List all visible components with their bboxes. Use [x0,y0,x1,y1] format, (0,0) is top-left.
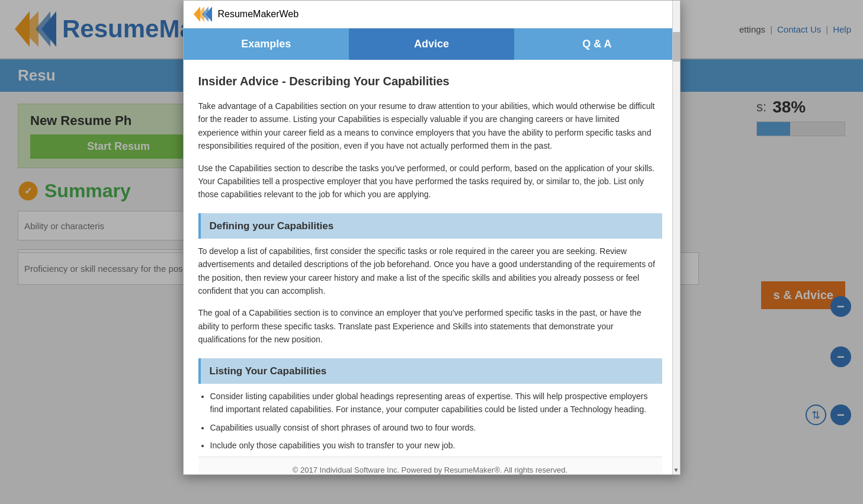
section1-heading-box: Defining your Capabilities [198,213,662,239]
tab-bar: Examples Advice Q & A [184,28,680,60]
section1-heading: Defining your Capabilities [210,218,653,234]
tab-examples[interactable]: Examples [184,28,349,60]
section3-heading: Listing Your Capabilities [210,363,653,379]
section1-body: To develop a list of capabilities, first… [198,245,662,298]
modal-dialog: ResumeMakerWeb ▲ Examples Advice Q & A I… [183,0,681,475]
bullet-item-1: Consider listing capabilities under glob… [210,390,662,416]
capabilities-list: Consider listing capabilities under glob… [210,390,662,452]
modal-logo-icon [193,5,213,23]
modal-scrollbar[interactable]: ▼ [672,27,680,474]
modal-footer: © 2017 Individual Software Inc. Powered … [198,457,662,474]
section2-para: The goal of a Capabilities section is to… [198,306,662,346]
tab-advice[interactable]: Advice [349,28,514,60]
bullet-item-2: Capabilities usually consist of short ph… [210,421,662,434]
modal-intro-1: Take advantage of a Capabilities section… [198,99,662,153]
modal-intro-2: Use the Capabilities section to describe… [198,162,662,201]
modal-content[interactable]: Insider Advice - Describing Your Capabil… [184,60,680,474]
footer-text: © 2017 Individual Software Inc. Powered … [293,466,567,474]
scrollbar-thumb[interactable] [673,32,680,62]
tab-qa[interactable]: Q & A [514,28,679,60]
bullet-item-3: Include only those capabilities you wish… [210,439,662,452]
modal-title: Insider Advice - Describing Your Capabil… [198,72,662,91]
scroll-down-arrow[interactable]: ▼ [673,467,680,473]
modal-logo-text: ResumeMakerWeb [218,9,299,20]
tab-scroll-area [672,1,680,27]
modal-top-bar: ResumeMakerWeb ▲ [184,1,680,28]
section3-heading-box: Listing Your Capabilities [198,358,662,384]
modal-logo: ResumeMakerWeb [193,5,299,23]
